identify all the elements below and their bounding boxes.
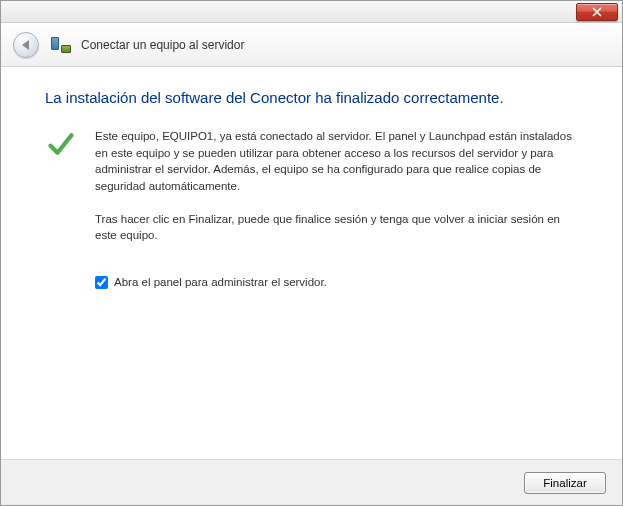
open-dashboard-checkbox[interactable] <box>95 276 108 289</box>
page-heading: La instalación del software del Conector… <box>45 89 594 106</box>
wizard-title: Conectar un equipo al servidor <box>81 38 244 52</box>
footer: Finalizar <box>1 459 622 505</box>
paragraph-1: Este equipo, EQUIPO1, ya está conectado … <box>95 128 584 195</box>
open-dashboard-option: Abra el panel para administrar el servid… <box>95 274 584 291</box>
arrow-left-icon <box>22 40 29 50</box>
success-check-icon <box>45 130 77 158</box>
paragraph-2: Tras hacer clic en Finalizar, puede que … <box>95 211 584 244</box>
wizard-header: Conectar un equipo al servidor <box>1 23 622 67</box>
back-button[interactable] <box>13 32 39 58</box>
connector-wizard-icon <box>49 35 71 55</box>
close-button[interactable] <box>576 3 618 21</box>
finish-button[interactable]: Finalizar <box>524 472 606 494</box>
titlebar <box>1 1 622 23</box>
body-text: Este equipo, EQUIPO1, ya está conectado … <box>95 128 594 291</box>
content-area: La instalación del software del Conector… <box>1 67 622 459</box>
close-icon <box>592 7 602 17</box>
open-dashboard-label[interactable]: Abra el panel para administrar el servid… <box>114 274 327 291</box>
